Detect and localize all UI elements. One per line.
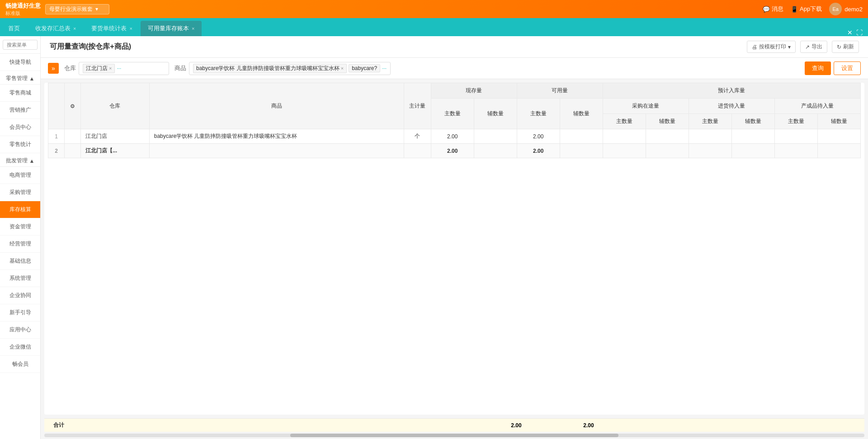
page-title: 可用量查询(按仓库+商品) — [50, 42, 131, 52]
content-area: 可用量查询(按仓库+商品) 🖨 按模板打印 ▾ ↗ 导出 ↻ 刷新 » — [41, 36, 868, 439]
fullscreen-icon[interactable]: ⛶ — [856, 29, 863, 36]
remove-warehouse-tag-0[interactable]: × — [109, 66, 112, 71]
sidebar-section-retail[interactable]: 零售管理 ▲ — [0, 71, 40, 85]
table-row-group: 2 江北门店【... 2.00 2.00 — [48, 144, 861, 158]
page-actions: 🖨 按模板打印 ▾ ↗ 导出 ↻ 刷新 — [747, 41, 859, 53]
remove-product-tag-0[interactable]: × — [341, 66, 344, 71]
cell-stock-main-1: 2.00 — [431, 144, 474, 158]
tab-order-stats[interactable]: 要货单统计表 × — [84, 21, 139, 36]
top-bar-left: 畅捷通好生意 标准版 母婴行业演示账套 ▾ — [5, 2, 109, 17]
sidebar-search-container — [0, 36, 40, 54]
th-available-qty: 可用量 — [517, 83, 603, 99]
th-avail-aux-qty: 辅数量 — [560, 99, 603, 129]
sidebar-item-basic-info[interactable]: 基础信息 — [0, 253, 40, 270]
warehouse-input-area[interactable]: 江北门店 × ··· — [79, 62, 169, 75]
th-purchase-main: 主数量 — [603, 114, 646, 129]
product-tag-1: babycare? — [349, 64, 380, 72]
warehouse-more[interactable]: ··· — [117, 65, 121, 71]
cell-pur-aux-0 — [646, 129, 689, 144]
warehouse-filter-group: 仓库 江北门店 × ··· — [64, 62, 169, 75]
cell-inb-main-0 — [689, 129, 731, 144]
sidebar-item-member-center[interactable]: 会员中心 — [0, 119, 40, 136]
cell-rownum-1: 2 — [48, 144, 65, 158]
cell-avail-main-0: 2.00 — [517, 129, 560, 144]
tab-home[interactable]: 首页 — [1, 21, 27, 36]
sidebar-item-retail-mall[interactable]: 零售商城 — [0, 85, 40, 102]
message-btn[interactable]: 💬 消息 — [763, 5, 783, 13]
cell-unit-1 — [404, 144, 431, 158]
cell-warehouse-1: 江北门店【... — [81, 144, 150, 158]
th-inbound-main: 主数量 — [689, 114, 731, 129]
cell-stock-aux-1 — [474, 144, 517, 158]
cell-settings-1 — [65, 144, 81, 158]
sidebar-item-quick-nav[interactable]: 快捷导航 — [0, 54, 40, 71]
logo-text: 畅捷通好生意 — [5, 2, 41, 10]
product-input-area[interactable]: babycare学饮杯 儿童防摔防撞吸管杯重力球吸嘴杯宝宝水杯 × babyca… — [189, 62, 391, 75]
industry-selector[interactable]: 母婴行业演示账套 ▾ — [45, 4, 109, 14]
warehouse-label: 仓库 — [64, 64, 76, 72]
refresh-btn[interactable]: ↻ 刷新 — [832, 41, 859, 53]
warehouse-tag-0: 江北门店 × — [83, 64, 115, 73]
top-bar: 畅捷通好生意 标准版 母婴行业演示账套 ▾ 💬 消息 📱 App下载 Ea de… — [0, 0, 868, 18]
th-main-unit: 主计量 — [404, 83, 431, 129]
sidebar-item-operation[interactable]: 经营管理 — [0, 236, 40, 253]
page-header: 可用量查询(按仓库+商品) 🖨 按模板打印 ▾ ↗ 导出 ↻ 刷新 — [41, 36, 868, 58]
main-layout: 快捷导航 零售管理 ▲ 零售商城 营销推广 会员中心 零售统计 批发管理 ▲ 电… — [0, 36, 868, 439]
sidebar-item-app-center[interactable]: 应用中心 — [0, 321, 40, 339]
cell-avail-aux-0 — [560, 129, 603, 144]
cell-warehouse-0: 江北门店 — [81, 129, 150, 144]
user-avatar[interactable]: Ea demo2 — [829, 3, 863, 15]
th-purchase-transit: 采购在途量 — [603, 99, 689, 114]
nav-tabs: 首页 收发存汇总表 × 要货单统计表 × 可用量库存账本 × ✕ ⛶ — [0, 18, 868, 36]
cell-inb-aux-1 — [731, 144, 774, 158]
tab-income-expense[interactable]: 收发存汇总表 × — [28, 21, 83, 36]
scrollbar-track — [44, 434, 864, 437]
scrollbar-thumb[interactable] — [290, 434, 618, 437]
tab-available-stock[interactable]: 可用量库存账本 × — [141, 21, 202, 36]
top-bar-right: 💬 消息 📱 App下载 Ea demo2 — [763, 3, 863, 15]
close-tab-income-expense[interactable]: × — [73, 26, 76, 31]
avatar: Ea — [829, 3, 842, 15]
sidebar-item-system[interactable]: 系统管理 — [0, 270, 40, 287]
cell-rownum-0: 1 — [48, 129, 65, 144]
query-btn[interactable]: 查询 — [805, 61, 831, 75]
th-settings[interactable]: ⚙ — [65, 83, 81, 129]
table-area: ⚙ 仓库 商品 主计量 现存量 可用量 预计入库量 主数量 辅数量 主数量 辅数… — [44, 83, 864, 415]
sidebar-item-marketing[interactable]: 营销推广 — [0, 102, 40, 119]
th-current-stock: 现存量 — [431, 83, 517, 99]
refresh-icon: ↻ — [837, 44, 841, 50]
product-label: 商品 — [175, 64, 186, 72]
cell-prod-main-1 — [774, 144, 817, 158]
print-btn[interactable]: 🖨 按模板打印 ▾ — [747, 41, 796, 53]
filter-expand-btn[interactable]: » — [48, 63, 59, 74]
sidebar-section-wholesale[interactable]: 批发管理 ▲ — [0, 153, 40, 167]
sidebar-item-enterprise-wechat[interactable]: 企业微信 — [0, 339, 40, 356]
sidebar-item-ecommerce[interactable]: 电商管理 — [0, 167, 40, 184]
sidebar-item-new-guide[interactable]: 新手引导 — [0, 304, 40, 321]
sidebar-item-retail-stats[interactable]: 零售统计 — [0, 136, 40, 153]
th-production-pending: 产成品待入量 — [774, 99, 860, 114]
cell-unit-0: 个 — [404, 129, 431, 144]
print-icon: 🖨 — [752, 44, 757, 50]
horizontal-scrollbar[interactable] — [41, 432, 868, 439]
close-tab-order-stats[interactable]: × — [129, 26, 132, 31]
cell-product-0: babycare学饮杯 儿童防摔防撞吸管杯重力球吸嘴杯宝宝水杯 — [149, 129, 404, 144]
cell-inb-aux-0 — [731, 129, 774, 144]
sidebar-item-enterprise-coop[interactable]: 企业协同 — [0, 287, 40, 304]
export-btn[interactable]: ↗ 导出 — [800, 41, 827, 53]
sidebar-item-inventory[interactable]: 库存核算 — [0, 201, 40, 218]
th-stock-aux-qty: 辅数量 — [474, 99, 517, 129]
close-all-tabs-icon[interactable]: ✕ — [847, 29, 853, 36]
sidebar-item-vip-member[interactable]: 畅会员 — [0, 356, 40, 373]
sidebar-item-purchase[interactable]: 采购管理 — [0, 184, 40, 201]
search-input[interactable] — [3, 40, 38, 50]
close-tab-available-stock[interactable]: × — [192, 26, 194, 31]
tab-actions: ✕ ⛶ — [842, 29, 868, 36]
product-more[interactable]: ··· — [382, 65, 387, 71]
footer-avail-main: 2.00 — [571, 422, 607, 429]
filter-buttons: 查询 设置 — [805, 61, 861, 75]
settings-btn[interactable]: 设置 — [834, 61, 861, 75]
filter-bar: » 仓库 江北门店 × ··· 商品 babycare学饮杯 儿童防摔防撞吸管杯… — [41, 58, 868, 79]
app-download-btn[interactable]: 📱 App下载 — [791, 5, 822, 13]
sidebar-item-finance[interactable]: 资金管理 — [0, 218, 40, 236]
